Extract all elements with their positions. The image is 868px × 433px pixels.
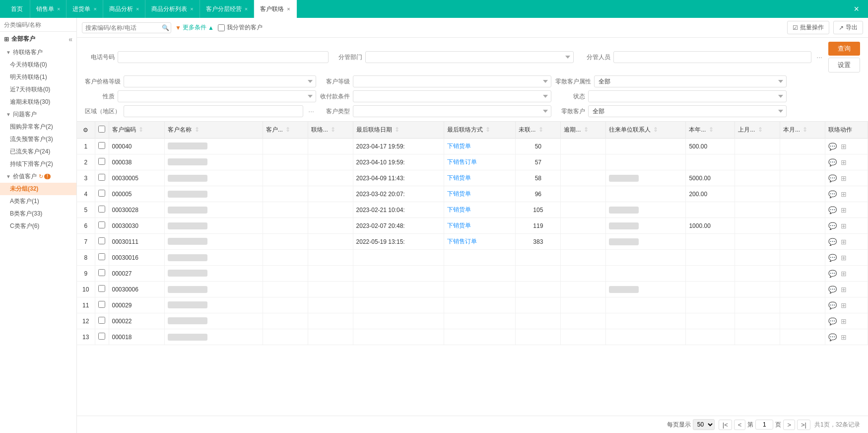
cell-last-way[interactable] [444, 282, 516, 297]
cell-check[interactable] [95, 202, 109, 218]
grid-action-icon[interactable]: ⊞ [841, 206, 847, 214]
manager-input[interactable] [613, 51, 812, 63]
th-this-month[interactable]: 本月... ⇕ [780, 122, 825, 139]
refresh-icon[interactable]: ↻ [39, 173, 43, 180]
sidebar-item-abnormal[interactable]: 囤购异常客户(2) [0, 121, 76, 133]
last-page-btn[interactable]: >| [797, 420, 810, 430]
row-checkbox[interactable] [98, 333, 105, 340]
grid-action-icon[interactable]: ⊞ [841, 158, 847, 166]
chat-icon[interactable]: 💬 [828, 317, 837, 325]
cell-check[interactable] [95, 282, 109, 297]
nav-tab-product-analysis[interactable]: 商品分析 × [103, 0, 145, 18]
nav-tab-product-list[interactable]: 商品分析列表 × [145, 0, 200, 18]
sidebar-item-tomorrow[interactable]: 明天待联络(1) [0, 71, 76, 83]
payment-select[interactable] [353, 90, 551, 102]
th-last-month[interactable]: 上月... ⇕ [735, 122, 780, 139]
batch-ops-button[interactable]: ☑ 批量操作 [787, 21, 829, 34]
row-checkbox[interactable] [98, 237, 105, 244]
nav-tab-sales[interactable]: 销售单 × [30, 0, 67, 18]
zero-cust-select[interactable]: 全部 [588, 105, 787, 117]
chat-icon[interactable]: 💬 [828, 222, 837, 230]
chat-icon[interactable]: 💬 [828, 158, 837, 166]
export-button[interactable]: ↗ 导出 [833, 21, 863, 34]
tab-product-analysis-close[interactable]: × [136, 6, 139, 12]
query-button[interactable]: 查询 [828, 42, 860, 56]
sidebar-item-class-b[interactable]: B类客户(33) [0, 208, 76, 220]
last-way-link[interactable]: 下销售订单 [447, 158, 477, 165]
last-way-link[interactable]: 下销货单 [447, 174, 471, 181]
sidebar-all-customers[interactable]: ⊞ 全部客户 « [0, 32, 76, 46]
grid-action-icon[interactable]: ⊞ [841, 222, 847, 230]
sidebar-item-today[interactable]: 今天待联络(0) [0, 59, 76, 71]
row-checkbox[interactable] [98, 221, 105, 228]
th-contact[interactable]: 联络... ⇕ [308, 122, 353, 139]
nav-tab-purchase[interactable]: 进货单 × [67, 0, 103, 18]
chat-icon[interactable]: 💬 [828, 286, 837, 293]
chat-icon[interactable]: 💬 [828, 143, 837, 150]
region-more-btn[interactable]: ··· [306, 107, 316, 115]
sidebar-item-overdue[interactable]: 逾期未联络(30) [0, 96, 76, 108]
cell-last-way[interactable]: 下销售订单 [444, 234, 516, 250]
cell-check[interactable] [95, 139, 109, 154]
cell-check[interactable] [95, 154, 109, 170]
zero-attr-select[interactable]: 全部 [594, 75, 787, 87]
th-this-year[interactable]: 本年... ⇕ [686, 122, 735, 139]
grid-action-icon[interactable]: ⊞ [841, 286, 847, 293]
cell-check[interactable] [95, 234, 109, 250]
row-checkbox[interactable] [98, 142, 105, 149]
sidebar-group-value[interactable]: ▼ 价值客户 ↻ ! [0, 170, 76, 183]
first-page-btn[interactable]: |< [719, 420, 732, 430]
tab-customer-contact-close[interactable]: × [287, 6, 290, 12]
prev-page-btn[interactable]: < [734, 420, 746, 430]
grid-action-icon[interactable]: ⊞ [841, 301, 847, 309]
cell-check[interactable] [95, 186, 109, 202]
chat-icon[interactable]: 💬 [828, 301, 837, 309]
row-checkbox[interactable] [98, 301, 105, 308]
cell-check[interactable] [95, 218, 109, 234]
cell-last-way[interactable]: 下销货单 [444, 139, 516, 154]
cell-last-way[interactable]: 下销货单 [444, 186, 516, 202]
more-conditions-btn[interactable]: ▼ 更多条件 ▲ [175, 23, 214, 32]
region-input[interactable] [124, 105, 303, 117]
chat-icon[interactable]: 💬 [828, 333, 837, 341]
nav-tab-customer-segment[interactable]: 客户分层经营 × [200, 0, 254, 18]
nature-select[interactable] [118, 90, 316, 102]
sidebar-group-pending[interactable]: ▼ 待联络客户 [0, 46, 76, 59]
sidebar-item-churned[interactable]: 已流失客户(24) [0, 145, 76, 158]
sidebar-group-problem[interactable]: ▼ 问题客户 [0, 108, 76, 121]
chat-icon[interactable]: 💬 [828, 238, 837, 246]
cell-last-way[interactable] [444, 313, 516, 329]
cell-check[interactable] [95, 250, 109, 266]
tab-purchase-close[interactable]: × [93, 6, 96, 12]
cell-last-way[interactable] [444, 297, 516, 313]
sidebar-item-class-c[interactable]: C类客户(6) [0, 220, 76, 232]
cell-last-way[interactable]: 下销货单 [444, 202, 516, 218]
row-checkbox[interactable] [98, 206, 105, 213]
row-checkbox[interactable] [98, 158, 105, 165]
cell-last-way[interactable]: 下销货单 [444, 218, 516, 234]
chat-icon[interactable]: 💬 [828, 254, 837, 262]
cell-last-way[interactable]: 下销货单 [444, 170, 516, 186]
grid-action-icon[interactable]: ⊞ [841, 174, 847, 182]
th-last-way[interactable]: 最后联络方式 ⇕ [444, 122, 516, 139]
grid-action-icon[interactable]: ⊞ [841, 238, 847, 246]
row-checkbox[interactable] [98, 190, 105, 197]
row-checkbox[interactable] [98, 285, 105, 292]
cell-check[interactable] [95, 170, 109, 186]
sidebar-collapse-btn[interactable]: « [68, 35, 72, 43]
grid-action-icon[interactable]: ⊞ [841, 317, 847, 325]
cell-last-way[interactable] [444, 250, 516, 266]
th-name[interactable]: 客户名称 ⇕ [165, 122, 263, 139]
grid-action-icon[interactable]: ⊞ [841, 333, 847, 341]
th-gear[interactable]: ⚙ [77, 122, 95, 139]
th-type[interactable]: 客户... ⇕ [263, 122, 308, 139]
tab-product-list-close[interactable]: × [190, 6, 193, 12]
th-overdue[interactable]: 逾期... ⇕ [561, 122, 606, 139]
row-checkbox[interactable] [98, 253, 105, 260]
cell-check[interactable] [95, 329, 109, 345]
sidebar-item-declining[interactable]: 持续下滑客户(2) [0, 158, 76, 170]
per-page-select[interactable]: 50 [693, 419, 715, 430]
reset-button[interactable]: 设置 [828, 58, 860, 72]
my-customers-checkbox[interactable] [218, 24, 225, 31]
nav-close-button[interactable]: × [849, 4, 864, 14]
